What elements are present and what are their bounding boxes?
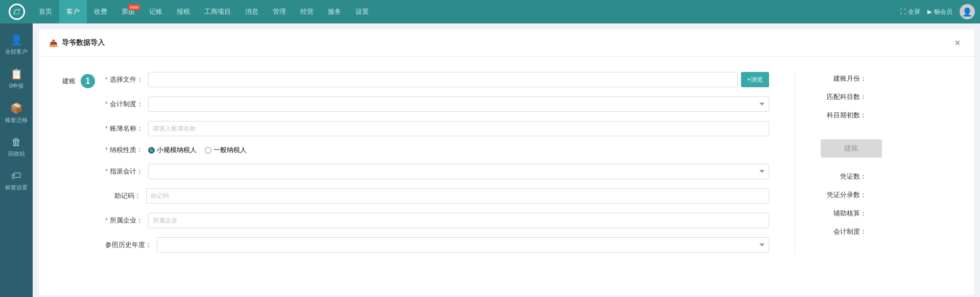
file-row: * 选择文件： +浏览 (105, 72, 769, 87)
sidebar: 👤 全部客户 📋 0申报 📦 账套迁移 🗑 回收站 🏷 标签设置 (0, 23, 33, 297)
panel-header: 📤 导爷数据导入 × (39, 30, 974, 57)
nav-operate[interactable]: 经营 (293, 0, 321, 23)
history-year-row: 参照历史年度： (105, 237, 769, 253)
build-btn-area: 建账 (821, 134, 953, 158)
sidebar-item-all-customers[interactable]: 👤 全部客户 (0, 29, 33, 61)
tax-type-row: * 纳税性质： 小规模纳税人 (105, 145, 769, 155)
sidebar-item-migrate[interactable]: 📦 账套迁移 (0, 97, 33, 129)
match-subjects-label: 匹配科目数： (821, 92, 867, 102)
nav-message[interactable]: 消息 (238, 0, 266, 23)
assign-accountant-row: * 指派会计： (105, 164, 769, 179)
step-badge: 1 (81, 74, 95, 88)
fullscreen-icon: ⛶ (900, 8, 906, 15)
company-label: * 所属企业： (105, 216, 143, 225)
assign-accountant-select[interactable] (148, 164, 769, 179)
tax-small-option[interactable]: 小规模纳税人 (148, 145, 197, 155)
file-input-group: +浏览 (148, 72, 769, 87)
main-content: 📤 导爷数据导入 × 建账 1 (33, 23, 980, 297)
nav-invoice[interactable]: 票据 new (114, 0, 142, 23)
info-accounting-system-label: 会计制度： (821, 227, 867, 236)
subject-init-label: 科目期初数： (821, 111, 867, 120)
step-container: 建账 1 * 选择文件： (59, 72, 769, 253)
declaration-icon: 📋 (10, 68, 23, 80)
history-year-select[interactable] (157, 237, 769, 253)
build-month-label: 建账月份： (821, 74, 867, 83)
build-account-button[interactable]: 建账 (821, 139, 882, 158)
vertical-divider (795, 72, 795, 253)
sidebar-item-recycle[interactable]: 🗑 回收站 (0, 131, 33, 163)
customers-icon: 👤 (10, 34, 23, 46)
memo-code-label: 助记码： (105, 191, 141, 201)
avatar-icon: 👤 (962, 7, 972, 17)
fullscreen-btn[interactable]: ⛶ 全屏 (900, 8, 920, 16)
avatar[interactable]: 👤 (960, 4, 975, 19)
panel-title: 导爷数据导入 (62, 38, 105, 47)
play-icon: ▶ (927, 8, 932, 15)
sidebar-item-tags[interactable]: 🏷 标签设置 (0, 165, 33, 196)
nav-home[interactable]: 首页 (32, 0, 59, 23)
tax-type-label: * 纳税性质： (105, 145, 143, 155)
company-row: * 所属企业： (105, 213, 769, 228)
step-fields: * 选择文件： +浏览 * (105, 72, 769, 253)
nav-service[interactable]: 服务 (321, 0, 348, 23)
info-accounting-system-row: 会计制度： (821, 227, 953, 236)
new-badge: new (128, 4, 140, 10)
tax-general-radio[interactable] (205, 147, 211, 154)
nav-fee[interactable]: 收费 (87, 0, 114, 23)
panel-body: 建账 1 * 选择文件： (39, 57, 974, 268)
recycle-icon: 🗑 (11, 136, 21, 148)
main-layout: 👤 全部客户 📋 0申报 📦 账套迁移 🗑 回收站 🏷 标签设置 📤 导爷 (0, 23, 980, 297)
vip-btn[interactable]: ▶ 畅会员 (927, 8, 952, 16)
import-icon: 📤 (49, 39, 58, 47)
voucher-count-label: 凭证数： (821, 172, 867, 181)
import-panel: 📤 导爷数据导入 × 建账 1 (39, 30, 974, 295)
sidebar-item-declaration[interactable]: 📋 0申报 (0, 63, 33, 95)
voucher-entries-label: 凭证分录数： (821, 190, 867, 200)
auxiliary-row: 辅助核算： (821, 209, 953, 218)
nav-tax[interactable]: 报税 (170, 0, 197, 23)
nav-business[interactable]: 工商项目 (197, 0, 238, 23)
tax-small-radio[interactable] (148, 147, 155, 154)
accounting-system-label: * 会计制度： (105, 100, 143, 109)
ledger-name-input[interactable] (148, 121, 769, 136)
nav-settings[interactable]: 设置 (348, 0, 376, 23)
step-label-col: 建账 1 (59, 72, 95, 88)
nav-manage[interactable]: 管理 (266, 0, 293, 23)
history-year-label: 参照历史年度： (105, 240, 152, 250)
memo-code-row: 助记码： (105, 188, 769, 204)
file-label: * 选择文件： (105, 75, 143, 84)
auxiliary-label: 辅助核算： (821, 209, 867, 218)
form-section: 建账 1 * 选择文件： (59, 72, 769, 253)
browse-button[interactable]: +浏览 (741, 72, 769, 87)
nav-customer[interactable]: 客户 (59, 0, 87, 23)
tax-general-option[interactable]: 一般纳税人 (205, 145, 247, 155)
app-logo (5, 0, 29, 23)
ledger-name-row: * 账簿名称： (105, 121, 769, 136)
tags-icon: 🏷 (11, 170, 21, 182)
voucher-entries-row: 凭证分录数： (821, 190, 953, 200)
accounting-system-row: * 会计制度： (105, 96, 769, 112)
top-navigation: 首页 客户 收费 票据 new 记账 报税 工商项目 消息 管理 经营 服务 设… (0, 0, 980, 23)
ledger-name-label: * 账簿名称： (105, 124, 143, 133)
file-text-input[interactable] (148, 72, 738, 87)
tax-type-radio-group: 小规模纳税人 一般纳税人 (148, 145, 247, 155)
memo-code-input[interactable] (146, 188, 769, 204)
assign-accountant-label: * 指派会计： (105, 167, 143, 176)
match-subjects-row: 匹配科目数： (821, 92, 953, 102)
subject-init-row: 科目期初数： (821, 111, 953, 120)
step-label: 建账 (62, 77, 76, 86)
svg-point-0 (10, 5, 23, 18)
company-input[interactable] (148, 213, 769, 228)
panel-title-area: 📤 导爷数据导入 (49, 38, 105, 47)
nav-bookkeeping[interactable]: 记账 (142, 0, 170, 23)
accounting-system-select[interactable] (148, 96, 769, 112)
info-section: 建账月份： 匹配科目数： 科目期初数： 建账 (821, 72, 953, 253)
voucher-count-row: 凭证数： (821, 172, 953, 181)
logo-icon (9, 4, 25, 20)
build-month-row: 建账月份： (821, 74, 953, 83)
close-button[interactable]: × (951, 37, 964, 49)
migrate-icon: 📦 (10, 102, 23, 114)
nav-right-area: ⛶ 全屏 ▶ 畅会员 👤 (900, 4, 975, 19)
